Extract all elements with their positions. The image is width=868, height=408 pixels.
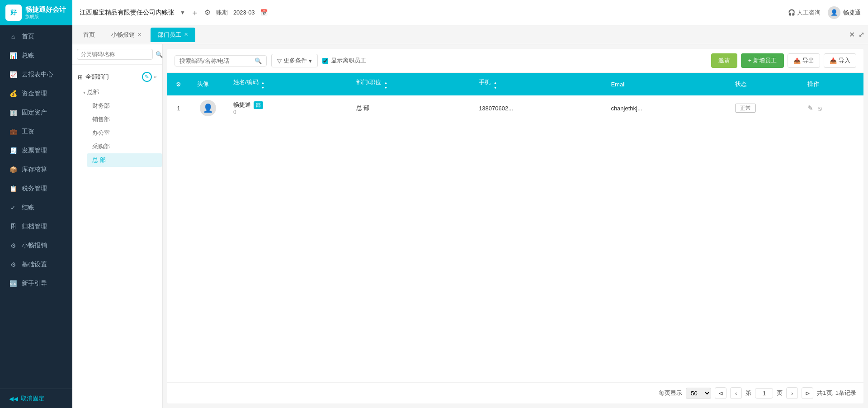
sidebar-item-expense[interactable]: ⚙ 小畅报销 [0, 236, 72, 255]
reports-icon: 📈 [9, 71, 17, 79]
sidebar-item-ledger[interactable]: 📊 总账 [0, 46, 72, 65]
col-dept[interactable]: 部门/职位 ▴▾ [349, 73, 472, 95]
dept-all-label: 全部部门 [85, 73, 109, 81]
sidebar-item-inventory[interactable]: 📦 库存核算 [0, 160, 72, 179]
export-btn[interactable]: 📤 导出 [788, 53, 820, 68]
next-page-btn[interactable]: › [786, 387, 798, 399]
tab-home-label: 首页 [83, 31, 95, 39]
sidebar-item-invoice[interactable]: 🧾 发票管理 [0, 141, 72, 160]
department-panel: 🔍 ⊞ 全部部门 ✎ « 总部 财务部 [72, 44, 163, 408]
tab-home[interactable]: 首页 [76, 28, 102, 42]
show-resigned-checkbox[interactable] [322, 58, 328, 64]
employee-avatar: 👤 [200, 100, 216, 116]
import-btn-label: 导入 [839, 57, 850, 65]
invite-btn[interactable]: 邀请 [711, 53, 737, 68]
row-avatar: 👤 [190, 95, 226, 121]
toolbar-right: 邀请 + 新增员工 📤 导出 📥 导入 [711, 53, 856, 68]
sidebar-item-assets[interactable]: 🏢 固定资产 [0, 103, 72, 122]
sidebar-item-close[interactable]: ✓ 结账 [0, 198, 72, 217]
dept-child-general[interactable]: 总 部 [87, 153, 162, 167]
topbar: 江西服宝精品有限责任公司内账张 ▼ ＋ ⚙ 账期 2023-03 📅 🎧 人工咨… [72, 0, 868, 25]
phone-sort-icon[interactable]: ▴▾ [494, 80, 496, 90]
dept-all-row[interactable]: ⊞ 全部部门 ✎ « [72, 68, 162, 85]
employee-search-input[interactable] [179, 57, 252, 64]
first-page-btn[interactable]: ⊲ [715, 387, 726, 399]
assets-icon: 🏢 [9, 109, 17, 117]
col-phone[interactable]: 手机 ▴▾ [472, 73, 604, 95]
employee-email: chanjethkj... [611, 105, 642, 112]
period-label: 账期 [216, 9, 228, 17]
page-number-input[interactable] [755, 388, 773, 399]
search-icon[interactable]: 🔍 [255, 57, 262, 64]
sidebar-item-home[interactable]: ⌂ 首页 [0, 27, 72, 46]
add-account-btn[interactable]: ＋ [191, 7, 199, 18]
dept-child-office[interactable]: 办公室 [87, 126, 162, 140]
table-header-row: ⚙ 头像 姓名/编码 ▴▾ 部门/职位 ▴▾ 手机 [167, 73, 863, 95]
calendar-icon[interactable]: 📅 [260, 9, 268, 16]
close-tab-btn[interactable]: ✕ [849, 30, 855, 39]
sidebar-item-salary[interactable]: 💼 工资 [0, 122, 72, 141]
dept-collapse-btn[interactable]: « [154, 72, 157, 82]
add-employee-btn[interactable]: + 新增员工 [741, 53, 784, 68]
dept-child-sales[interactable]: 销售部 [87, 113, 162, 126]
prev-page-btn[interactable]: ‹ [730, 387, 742, 399]
app-edition: 旗舰版 [25, 14, 66, 20]
sidebar-item-ledger-label: 总账 [22, 52, 34, 60]
sidebar-item-capital[interactable]: 💰 资金管理 [0, 84, 72, 103]
sidebar-item-archive[interactable]: 🗄 归档管理 [0, 217, 72, 236]
tab-employees-close[interactable]: ✕ [184, 32, 188, 38]
row-actions: ✎ ⎋ [800, 95, 863, 121]
dept-edit-btn[interactable]: ✎ [142, 72, 152, 82]
last-page-btn[interactable]: ⊳ [802, 387, 813, 399]
tab-expense-close[interactable]: ✕ [137, 32, 142, 38]
expand-tab-btn[interactable]: ⤢ [859, 30, 864, 39]
user-info[interactable]: 👤 畅捷通 [828, 6, 861, 19]
row-dept: 总 部 [349, 95, 472, 121]
sidebar-item-tax-label: 税务管理 [22, 185, 47, 193]
page-label: 页 [777, 389, 783, 397]
sidebar-item-reports[interactable]: 📈 云报表中心 [0, 65, 72, 84]
edit-employee-icon[interactable]: ✎ [807, 104, 813, 112]
tax-icon: 📋 [9, 185, 17, 193]
content-area: 🔍 ⊞ 全部部门 ✎ « 总部 财务部 [72, 44, 868, 408]
show-resigned-text: 显示离职员工 [331, 57, 366, 65]
tab-expense[interactable]: 小畅报销 ✕ [104, 28, 149, 42]
dept-child-purchase[interactable]: 采购部 [87, 140, 162, 153]
name-sort-icon[interactable]: ▴▾ [262, 80, 264, 90]
tab-employees[interactable]: 部门员工 ✕ [151, 28, 195, 42]
dept-sort-icon[interactable]: ▴▾ [385, 80, 387, 90]
tabs-bar: 首页 小畅报销 ✕ 部门员工 ✕ ✕ ⤢ [72, 25, 868, 44]
dept-search-input[interactable] [77, 49, 153, 60]
dept-child-finance[interactable]: 财务部 [87, 99, 162, 113]
app-logo: 好 畅捷通好会计 旗舰版 [0, 0, 72, 25]
unpin-btn[interactable]: ◀◀ 取消固定 [0, 389, 72, 408]
support-btn[interactable]: 🎧 人工咨询 [788, 9, 821, 17]
headset-icon: 🎧 [788, 9, 795, 16]
sidebar-nav: ⌂ 首页 📊 总账 📈 云报表中心 💰 资金管理 🏢 固定资产 💼 工资 🧾 发… [0, 25, 72, 389]
pin-icon: ◀◀ [9, 395, 18, 402]
sidebar-item-guide[interactable]: 🆕 新手引导 [0, 274, 72, 293]
dept-parent-hq[interactable]: 总部 [78, 85, 162, 99]
col-name[interactable]: 姓名/编码 ▴▾ [226, 73, 349, 95]
dept-search-icon[interactable]: 🔍 [156, 51, 163, 58]
col-status: 状态 [728, 73, 800, 95]
company-dropdown-btn[interactable]: ▼ [180, 9, 185, 16]
employee-table-wrap: ⚙ 头像 姓名/编码 ▴▾ 部门/职位 ▴▾ 手机 [167, 73, 863, 382]
tabs-actions: ✕ ⤢ [849, 30, 864, 39]
page-size-select[interactable]: 50 100 200 [686, 388, 711, 399]
tab-employees-label: 部门员工 [158, 31, 181, 39]
filter-chevron-icon: ▾ [309, 57, 312, 64]
sidebar-item-tax[interactable]: 📋 税务管理 [0, 179, 72, 198]
ledger-icon: 📊 [9, 52, 17, 60]
sidebar-item-settings-label: 基础设置 [22, 261, 47, 269]
dept-all-actions: ✎ « [142, 72, 157, 82]
col-settings[interactable]: ⚙ [167, 73, 190, 95]
show-resigned-label[interactable]: 显示离职员工 [322, 57, 366, 65]
filter-btn[interactable]: ▽ 更多条件 ▾ [271, 54, 318, 67]
row-email: chanjethkj... [604, 95, 728, 121]
sidebar-item-settings[interactable]: ⚙ 基础设置 [0, 255, 72, 274]
import-btn[interactable]: 📥 导入 [824, 53, 856, 68]
gear-btn[interactable]: ⚙ [204, 8, 211, 17]
logout-employee-icon[interactable]: ⎋ [818, 104, 822, 112]
home-icon: ⌂ [9, 33, 17, 41]
